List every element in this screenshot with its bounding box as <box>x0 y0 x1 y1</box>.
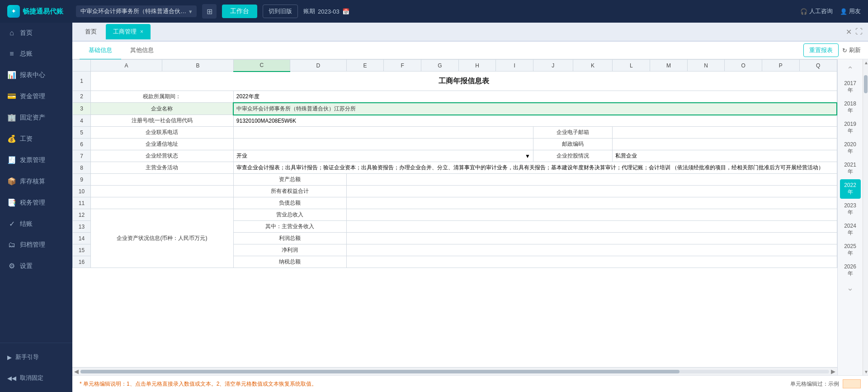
col-a[interactable]: A <box>91 60 162 72</box>
cell-3-value[interactable]: 中审众环会计师事务所（特殊普通合伙）江苏分所 <box>233 103 837 115</box>
logo: ✦ 畅捷通易代账 <box>7 5 71 18</box>
tab-basic-info[interactable]: 基础信息 <box>80 42 121 60</box>
col-f[interactable]: F <box>384 60 421 72</box>
cell-10-label: 所有者权益合计 <box>233 186 346 197</box>
consult-button[interactable]: 🎧 人工咨询 <box>800 7 833 15</box>
cell-7-right-value[interactable]: 私营企业 <box>613 150 837 162</box>
sidebar-item-newguide[interactable]: ▶ 新手引导 <box>0 347 72 368</box>
col-e[interactable]: E <box>346 60 384 72</box>
sidebar-item-salary[interactable]: 💰 工资 <box>0 128 72 149</box>
refresh-button[interactable]: ↻ 刷新 <box>842 46 861 54</box>
cell-6-right-value[interactable] <box>613 139 837 150</box>
sidebar-item-home[interactable]: ⌂ 首页 <box>0 23 72 43</box>
scroll-up-btn[interactable]: ▲ <box>863 59 868 66</box>
scroll-track-v[interactable] <box>863 66 868 368</box>
sidebar-item-report[interactable]: 📊 报表中心 <box>0 64 72 86</box>
sidebar-item-inventory[interactable]: 📦 库存核算 <box>0 171 72 192</box>
sidebar-item-invoice[interactable]: 🧾 发票管理 <box>0 149 72 171</box>
scroll-thumb-v[interactable] <box>864 75 868 93</box>
year-nav-up[interactable]: ⌃ <box>845 63 855 76</box>
scroll-left-btn[interactable]: ◀ <box>74 368 79 375</box>
company-selector[interactable]: 中审众环会计师事务所（特殊普通合伙… ▾ <box>76 5 197 17</box>
vertical-scrollbar[interactable]: ▲ ▼ <box>863 59 868 375</box>
cell-6-right-label: 邮政编码 <box>533 139 613 150</box>
scroll-right-btn[interactable]: ▶ <box>831 368 835 375</box>
year-item-2018[interactable]: 2018年 <box>840 98 861 117</box>
col-b[interactable]: B <box>162 60 233 72</box>
cell-9-value[interactable] <box>346 174 837 186</box>
year-item-2024[interactable]: 2024年 <box>840 220 861 239</box>
cell-12-value[interactable] <box>346 209 837 221</box>
cell-4-value[interactable]: 91320100MA208E5W6K <box>233 115 837 127</box>
cell-5-value[interactable] <box>233 127 533 139</box>
sidebar-item-fixed[interactable]: 🏢 固定资产 <box>0 107 72 128</box>
sidebar-item-unpin[interactable]: ◀◀ 取消固定 <box>0 368 72 388</box>
spreadsheet-container[interactable]: A B C D E F G H I J K L <box>72 59 837 367</box>
col-d[interactable]: D <box>290 60 346 72</box>
year-item-2019[interactable]: 2019年 <box>840 118 861 138</box>
col-n[interactable]: N <box>687 60 725 72</box>
table-row: 1 工商年报信息表 <box>73 72 837 91</box>
doc-icon[interactable]: ⊞ <box>202 4 217 19</box>
col-p[interactable]: P <box>762 60 799 72</box>
col-i[interactable]: I <box>496 60 533 72</box>
col-o[interactable]: O <box>725 60 762 72</box>
col-j[interactable]: J <box>533 60 573 72</box>
tab-bizmanage[interactable]: 工商管理 × <box>106 24 151 39</box>
tab-other-info[interactable]: 其他信息 <box>121 42 163 60</box>
col-h[interactable]: H <box>458 60 496 72</box>
col-g[interactable]: G <box>421 60 459 72</box>
cell-8-value[interactable]: 审查企业会计报表；出具审计报告；验证企业资本；出具验资报告；办理企业合并、分立、… <box>233 162 837 174</box>
sidebar-item-archive[interactable]: 🗂 归档管理 <box>0 234 72 255</box>
footer-note: * 单元格编辑说明：1、点击单元格直接录入数值或文本。2、清空单元格数值或文本恢… <box>80 380 317 388</box>
year-item-2017[interactable]: 2017年 <box>840 77 861 97</box>
horizontal-scrollbar[interactable]: ◀ ▶ <box>72 367 837 375</box>
year-item-2026[interactable]: 2026年 <box>840 261 861 280</box>
old-version-button[interactable]: 切到旧版 <box>263 5 298 18</box>
tab-basic-label: 基础信息 <box>89 47 112 53</box>
maximize-icon[interactable]: ⛶ <box>855 28 863 36</box>
close-window-icon[interactable]: ✕ <box>846 28 852 36</box>
cell-7-value[interactable]: 开业 ▼ <box>233 150 533 162</box>
cell-14-label: 利润总额 <box>233 233 346 244</box>
cell-2-value[interactable]: 2022年度 <box>233 91 837 103</box>
cell-5-right-value[interactable] <box>613 127 837 139</box>
sidebar-item-settings[interactable]: ⚙ 设置 <box>0 255 72 277</box>
user-menu[interactable]: 👤 用友 <box>840 7 861 15</box>
cell-14-value[interactable] <box>346 233 837 244</box>
cell-6-value[interactable] <box>233 139 533 150</box>
year-item-2020[interactable]: 2020年 <box>840 139 861 158</box>
reset-report-button[interactable]: 重置报表 <box>803 43 839 57</box>
scroll-down-btn[interactable]: ▼ <box>863 368 868 375</box>
scroll-track[interactable] <box>80 370 829 373</box>
col-m[interactable]: M <box>650 60 688 72</box>
sidebar-item-settle[interactable]: ✓ 结账 <box>0 213 72 234</box>
invoice-icon: 🧾 <box>7 156 16 164</box>
tab-home[interactable]: 首页 <box>78 24 104 39</box>
sidebar-item-tax[interactable]: 📑 税务管理 <box>0 192 72 213</box>
year-item-2025[interactable]: 2025年 <box>840 240 861 260</box>
cell-10-value[interactable] <box>346 186 837 197</box>
col-l[interactable]: L <box>613 60 650 72</box>
cell-13-value[interactable] <box>346 221 837 233</box>
calendar-icon[interactable]: 📅 <box>342 8 349 15</box>
year-item-2023[interactable]: 2023年 <box>840 200 861 219</box>
cell-11-value[interactable] <box>346 197 837 209</box>
col-q[interactable]: Q <box>799 60 837 72</box>
sidebar-item-ledger[interactable]: ≡ 总账 <box>0 43 72 64</box>
cell-16-value[interactable] <box>346 256 837 268</box>
cell-2-label: 税款所属期间： <box>91 91 234 103</box>
workbench-button[interactable]: 工作台 <box>222 5 257 18</box>
year-nav-down[interactable]: ⌄ <box>845 281 855 295</box>
scroll-thumb[interactable] <box>80 370 679 373</box>
col-c[interactable]: C <box>233 60 290 72</box>
cell-4-label: 注册号/统一社会信用代码 <box>91 115 234 127</box>
cell-15-value[interactable] <box>346 244 837 256</box>
tab-close-icon[interactable]: × <box>140 29 143 35</box>
year-item-2021[interactable]: 2021年 <box>840 159 861 178</box>
cell-title[interactable]: 工商年报信息表 <box>91 72 837 91</box>
col-k[interactable]: K <box>573 60 613 72</box>
year-item-2022[interactable]: 2022年 <box>840 179 861 199</box>
sidebar-item-finance[interactable]: 💳 资金管理 <box>0 86 72 107</box>
header-right: 🎧 人工咨询 👤 用友 <box>800 7 861 15</box>
